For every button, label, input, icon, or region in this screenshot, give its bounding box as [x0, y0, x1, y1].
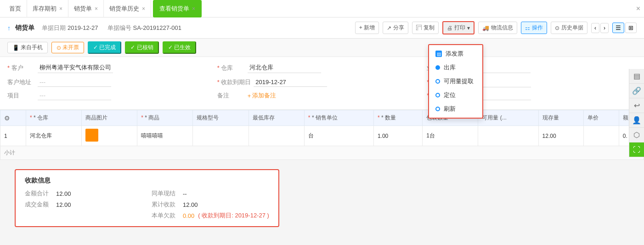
arrears-note: ( 收款到期日: 2019-12-27 ) — [198, 211, 269, 220]
right-icon-3[interactable]: ↩ — [629, 98, 644, 113]
unopened-button-label: 未开票 — [62, 44, 79, 51]
doc-date-label: 单据日期 — [42, 24, 66, 32]
sold-out-button[interactable]: ✓ 已核销 — [125, 41, 158, 54]
row-current-stock[interactable]: 12.00 — [538, 126, 584, 146]
summary-title: 收款信息 — [25, 177, 269, 185]
row-quantity[interactable]: 1.00 — [373, 126, 422, 146]
doc-header: ↑ 销货单 单据日期 2019-12-27 单据编号 SA-20191227-0… — [0, 17, 644, 39]
product-table: ⚙ * * 仓库 商品图片 * * 商品 规格型号 最低库存 * * 销售单位 … — [0, 110, 644, 160]
note-field: 备注 添加备注 — [217, 91, 427, 100]
tab-home[interactable]: 首页 — [4, 0, 27, 17]
warehouse-field: 仓库 河北仓库 — [217, 63, 427, 73]
dropdown-add-invoice[interactable]: ▤ 添发票 — [429, 47, 482, 61]
operations-button[interactable]: ⚏ 操作 — [521, 22, 547, 34]
col-quantity: * * 数量 — [373, 110, 422, 126]
tab-inventory-init-close[interactable]: × — [59, 6, 62, 12]
list-view-button[interactable]: ☰ — [612, 23, 624, 33]
arrears-value: 0.00 — [183, 212, 194, 219]
share-button[interactable]: ↗ 分享 — [383, 22, 408, 34]
customer-value[interactable]: 柳州粤港平安气体有限公司 — [38, 63, 113, 73]
dropdown-refresh[interactable]: 刷新 — [429, 102, 482, 116]
logistics-icon: 🚚 — [482, 25, 489, 31]
share-icon: ↗ — [387, 25, 391, 31]
print-dropdown-icon: ▾ — [467, 25, 470, 31]
unopened-button[interactable]: ⊙ 未开票 — [51, 42, 84, 53]
operations-icon: ⚏ — [525, 25, 530, 31]
row-warehouse[interactable]: 河北仓库 — [26, 126, 81, 146]
outbound-icon — [435, 65, 440, 70]
summary-grid: 金额合计 12.00 同单现结 -- 成交金额 12.00 累计收款 12.00 — [25, 189, 269, 220]
dropdown-locate[interactable]: 定位 — [429, 88, 482, 102]
right-icon-1[interactable]: ▤ — [629, 69, 644, 84]
add-note-button[interactable]: 添加备注 — [248, 91, 277, 100]
customer-label: 客户 — [7, 64, 35, 72]
phone-icon: 📱 — [12, 45, 19, 51]
dropdown-outbound[interactable]: 出库 — [429, 61, 482, 74]
summary-same-order-row: 同单现结 -- — [152, 189, 269, 198]
right-icon-2[interactable]: 🔗 — [629, 84, 644, 98]
logistics-button[interactable]: 🚚 物流信息 — [478, 22, 517, 34]
right-icon-4[interactable]: 👤 — [629, 113, 644, 128]
tab-inventory-init[interactable]: 库存期初 × — [27, 0, 68, 17]
effective-button[interactable]: ✓ 已生效 — [163, 41, 196, 54]
total-amount-label: 金额合计 — [25, 189, 52, 198]
grid-view-button[interactable]: ⊞ — [625, 23, 637, 33]
tab-sales-order-close[interactable]: × — [95, 6, 98, 12]
address-label: 客户地址 — [7, 78, 35, 86]
settings-icon: ⚙ — [4, 114, 10, 122]
project-value[interactable]: --- — [38, 91, 111, 100]
product-image — [85, 129, 98, 142]
quantity-extract-icon — [435, 79, 440, 84]
project-label: 项目 — [7, 91, 35, 100]
subtotal-row: 小计 — [0, 146, 644, 160]
table-header-row: ⚙ * * 仓库 商品图片 * * 商品 规格型号 最低库存 * * 销售单位 … — [0, 110, 644, 126]
transaction-label: 成交金额 — [25, 200, 52, 209]
row-min-stock — [249, 126, 304, 146]
col-current-stock: 现存量 — [538, 110, 584, 126]
tab-sales-history[interactable]: 销货单历史 × — [104, 0, 151, 17]
logistics-button-label: 物流信息 — [491, 24, 513, 32]
row-spec — [193, 126, 249, 146]
tab-sales-order[interactable]: 销货单 × — [68, 0, 104, 17]
locate-icon — [435, 93, 440, 97]
complete-button[interactable]: ✓ 已完成 — [88, 41, 121, 54]
tab-view-sales-close[interactable]: × — [192, 6, 195, 12]
print-button-label: 打印 — [454, 24, 465, 32]
next-button[interactable]: › — [600, 23, 609, 33]
warehouse-label: 仓库 — [217, 64, 245, 72]
add-invoice-label: 添发票 — [446, 50, 463, 58]
customer-field: 客户 柳州粤港平安气体有限公司 — [7, 63, 217, 73]
history-button[interactable]: ⊙ 历史单据 — [551, 22, 588, 34]
col-available: 可用量 (... — [478, 110, 538, 126]
tab-sales-history-label: 销货单历史 — [109, 5, 139, 13]
summary-total-amount-row: 金额合计 12.00 — [25, 189, 142, 198]
payment-date-value[interactable]: 2019-12-27 — [254, 78, 327, 87]
dropdown-quantity-extract[interactable]: 可用量提取 — [429, 74, 482, 88]
row-available — [478, 126, 538, 146]
address-value[interactable]: --- — [38, 78, 111, 87]
row-unit-price — [584, 126, 619, 146]
row-pack-qty[interactable]: 1台 — [423, 126, 478, 146]
copy-button[interactable]: ⿸ 复制 — [412, 22, 439, 34]
sold-out-button-label: 已核销 — [137, 44, 153, 51]
row-sales-unit[interactable]: 台 — [304, 126, 373, 146]
col-sales-unit: * * 销售单位 — [304, 110, 373, 126]
warehouse-value[interactable]: 河北仓库 — [248, 63, 321, 73]
row-product[interactable]: 嘻嘻嘻嘻 — [137, 126, 193, 146]
phone-button[interactable]: 📱 来自手机 — [7, 42, 48, 53]
complete-button-label: 已完成 — [99, 44, 116, 51]
tab-bar-close-btn[interactable]: × — [636, 5, 640, 13]
ticket-icon: ⊙ — [56, 45, 61, 51]
expand-icon-btn[interactable]: ⛶ — [629, 142, 644, 157]
print-button[interactable]: 🖨 打印 ▾ — [442, 21, 475, 34]
col-settings[interactable]: ⚙ — [0, 110, 26, 126]
col-product-img: 商品图片 — [82, 110, 137, 126]
right-icon-5[interactable]: ⬡ — [629, 128, 644, 142]
new-button[interactable]: + 新增 — [355, 22, 379, 34]
tab-view-sales[interactable]: 查看销货单 × — [153, 0, 202, 17]
tab-sales-history-close[interactable]: × — [142, 6, 145, 12]
refresh-icon — [435, 107, 440, 111]
same-order-label: 同单现结 — [152, 189, 179, 198]
prev-button[interactable]: ‹ — [591, 23, 599, 33]
form-row-3: 项目 --- 备注 添加备注 业务员孟 --- — [7, 91, 637, 100]
